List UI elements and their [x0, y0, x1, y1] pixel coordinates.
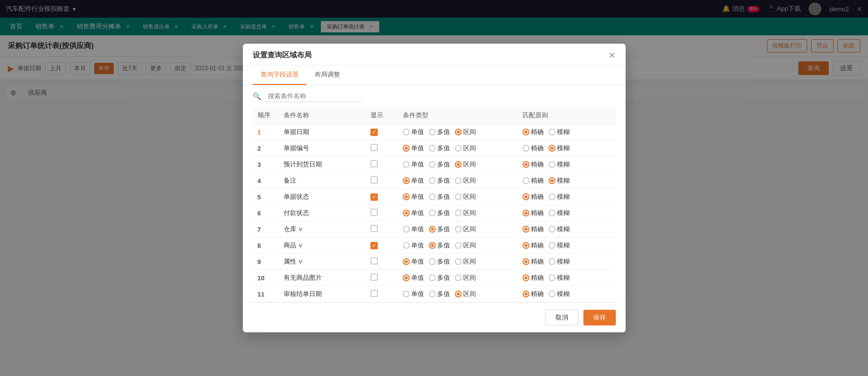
dialog-header: 设置查询区域布局 ✕ — [243, 44, 626, 65]
search-icon: 🔍 — [253, 92, 261, 100]
dialog-overlay: 设置查询区域布局 ✕ 查询字段设置 布局调整 🔍 顺序 条件名称 显示 条件类型 — [0, 0, 868, 106]
dialog-tabs: 查询字段设置 布局调整 — [243, 65, 626, 85]
search-input[interactable] — [264, 90, 362, 102]
dialog-tab-layout[interactable]: 布局调整 — [307, 65, 348, 85]
dialog-title: 设置查询区域布局 — [253, 51, 312, 60]
dialog-search-area: 🔍 — [243, 85, 626, 106]
dialog-close-button[interactable]: ✕ — [608, 51, 616, 60]
dialog-tab-fields[interactable]: 查询字段设置 — [253, 65, 307, 85]
settings-dialog: 设置查询区域布局 ✕ 查询字段设置 布局调整 🔍 顺序 条件名称 显示 条件类型 — [243, 44, 626, 106]
